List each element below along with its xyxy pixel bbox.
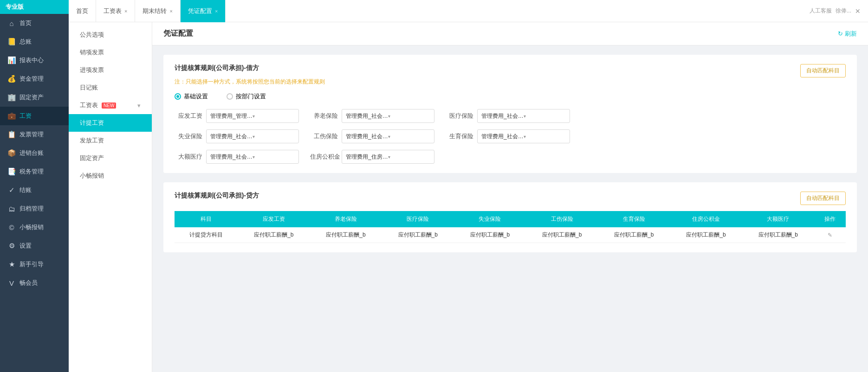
field-gsbx: 工伤保险 管理费用_社会保险费 ▾ <box>310 129 434 143</box>
label-ylbx2: 医疗保险 <box>446 112 473 120</box>
sidebar-label-archive: 归档管理 <box>19 205 44 213</box>
sidebar-icon-tax: 📑 <box>7 167 16 176</box>
sidebar-label-guide: 新手引导 <box>19 260 44 269</box>
tab-label-home: 首页 <box>76 7 88 15</box>
left-nav-item-payroll_table[interactable]: 工资表NEW▾ <box>69 96 152 114</box>
tab-period[interactable]: 期末结转 × <box>135 0 180 22</box>
select-sybx2[interactable]: 管理费用_社会保险费 ▾ <box>477 129 570 143</box>
sidebar-label-settings: 设置 <box>19 242 32 250</box>
sidebar-icon-guide: ★ <box>7 260 16 269</box>
sidebar-label-funds: 资金管理 <box>19 75 44 83</box>
left-nav-label-sales_invoice: 销项发票 <box>80 48 104 57</box>
sidebar-icon-ledger: 📒 <box>7 38 16 46</box>
chevron-down-icon: ▾ <box>388 114 430 119</box>
credit-auto-match-button[interactable]: 自动匹配科目 <box>800 192 846 205</box>
radio-dept-label: 按部门设置 <box>236 92 266 101</box>
refresh-button[interactable]: ↻ 刷新 <box>838 30 857 38</box>
radio-dept[interactable]: 按部门设置 <box>227 92 266 101</box>
sidebar-icon-xiao: © <box>7 224 16 231</box>
close-icon[interactable]: ✕ <box>855 7 861 15</box>
left-nav-item-purchase_invoice[interactable]: 进项发票 <box>69 61 152 79</box>
tab-home[interactable]: 首页 <box>69 0 96 22</box>
sidebar-icon-reports: 📊 <box>7 56 16 64</box>
debit-form-grid: 应发工资 管理费用_管理人员职工薪酬 ▾ 养老保险 管理费用_社会保险费 ▾ <box>175 109 846 164</box>
sidebar-item-home[interactable]: ⌂ 首页 <box>0 14 69 32</box>
tab-close-payroll[interactable]: × <box>124 8 127 14</box>
left-nav-item-journal[interactable]: 日记账 <box>69 79 152 96</box>
credit-section-header: 计提核算规则(公司承担)-贷方 自动匹配科目 <box>175 192 846 205</box>
sidebar-item-tax[interactable]: 📑 税务管理 <box>0 162 69 181</box>
col-header: 工伤保险 <box>526 211 598 227</box>
left-nav-label-fixed_assets: 固定资产 <box>80 154 104 162</box>
select-ylbx[interactable]: 管理费用_社会保险费 ▾ <box>342 109 434 123</box>
refresh-icon: ↻ <box>838 30 843 37</box>
select-gsbx[interactable]: 管理费用_社会保险费 ▾ <box>342 129 434 143</box>
tab-label-voucher: 凭证配置 <box>188 7 212 15</box>
sidebar-item-settings[interactable]: ⚙ 设置 <box>0 237 69 255</box>
sidebar-item-ledger[interactable]: 📒 总账 <box>0 32 69 51</box>
sidebar-item-guide[interactable]: ★ 新手引导 <box>0 255 69 274</box>
sidebar-icon-checkout: ✓ <box>7 186 16 194</box>
label-ylbx: 养老保险 <box>310 112 338 120</box>
sidebar-item-xiao[interactable]: © 小畅报销 <box>0 218 69 237</box>
left-nav-item-fixed_assets[interactable]: 固定资产 <box>69 149 152 167</box>
select-yfgz[interactable]: 管理费用_管理人员职工薪酬 ▾ <box>206 109 299 123</box>
tab-close-period[interactable]: × <box>169 8 172 14</box>
col-header: 住房公积金 <box>670 211 742 227</box>
sidebar-item-reports[interactable]: 📊 报表中心 <box>0 51 69 70</box>
left-nav-item-sales_invoice[interactable]: 销项发票 <box>69 44 152 61</box>
select-dayl[interactable]: 管理费用_社会保险费 ▾ <box>206 150 299 164</box>
sidebar-item-funds[interactable]: 💰 资金管理 <box>0 70 69 88</box>
row-cell: 应付职工薪酬_b <box>742 227 814 243</box>
sidebar-icon-assets: 🏢 <box>7 93 16 102</box>
debit-section: 计提核算规则(公司承担)-借方 注：只能选择一种方式，系统将按照您当前的选择来配… <box>163 55 857 173</box>
select-sybx[interactable]: 管理费用_社会保险费 ▾ <box>206 129 299 143</box>
select-ylbx-value: 管理费用_社会保险费 <box>346 112 388 120</box>
chevron-down-icon: ▾ <box>253 114 295 119</box>
tab-voucher[interactable]: 凭证配置 × <box>181 0 226 22</box>
select-dayl-value: 管理费用_社会保险费 <box>210 153 253 161</box>
sidebar-item-assets[interactable]: 🏢 固定资产 <box>0 88 69 107</box>
left-nav-label-issue_payroll: 发放工资 <box>80 136 104 145</box>
sidebar-label-stock: 进销台账 <box>19 149 44 157</box>
sidebar-item-archive[interactable]: 🗂 归档管理 <box>0 199 69 218</box>
col-header: 失业保险 <box>454 211 526 227</box>
select-ylbx2[interactable]: 管理费用_社会保险费 ▾ <box>477 109 570 123</box>
field-ylbx: 养老保险 管理费用_社会保险费 ▾ <box>310 109 434 123</box>
sidebar-icon-salary: 💼 <box>7 112 16 120</box>
sidebar-item-stock[interactable]: 📦 进销台账 <box>0 144 69 162</box>
edit-icon[interactable]: ✎ <box>828 232 832 238</box>
new-badge: NEW <box>102 103 116 109</box>
label-gsbx: 工伤保险 <box>310 132 338 141</box>
field-dayl: 大额医疗 管理费用_社会保险费 ▾ <box>175 150 299 164</box>
debit-auto-match-button[interactable]: 自动匹配科目 <box>800 64 846 77</box>
sidebar-icon-settings: ⚙ <box>7 242 16 250</box>
tab-payroll[interactable]: 工资表 × <box>96 0 135 22</box>
sidebar-item-salary[interactable]: 💼 工资 <box>0 107 69 125</box>
left-nav-item-issue_payroll[interactable]: 发放工资 <box>69 132 152 149</box>
sidebar-item-checkout[interactable]: ✓ 结账 <box>0 181 69 199</box>
row-cell: 应付职工薪酬_b <box>382 227 454 243</box>
col-header: 应发工资 <box>238 211 310 227</box>
select-hfgjj[interactable]: 管理费用_住房公积金 ▾ <box>342 150 434 164</box>
sidebar-label-tax: 税务管理 <box>19 167 44 176</box>
radio-basic[interactable]: 基础设置 <box>175 92 208 101</box>
row-action[interactable]: ✎ <box>814 227 846 243</box>
sidebar-label-home: 首页 <box>19 19 32 27</box>
sidebar-item-vip[interactable]: V 畅会员 <box>0 274 69 292</box>
label-sybx: 失业保险 <box>175 132 202 141</box>
radio-dept-circle <box>227 93 233 100</box>
row-cell: 应付职工薪酬_b <box>670 227 742 243</box>
debit-section-header: 计提核算规则(公司承担)-借方 注：只能选择一种方式，系统将按照您当前的选择来配… <box>175 64 846 92</box>
left-nav-item-calc_payroll[interactable]: 计提工资 <box>69 114 152 132</box>
left-nav-item-public[interactable]: 公共选项 <box>69 26 152 44</box>
select-ylbx2-value: 管理费用_社会保险费 <box>481 112 524 120</box>
credit-section: 计提核算规则(公司承担)-贷方 自动匹配科目 科目应发工资养老保险医疗保险失业保… <box>163 182 857 252</box>
row-cell: 应付职工薪酬_b <box>598 227 670 243</box>
left-nav-item-xiao_expense[interactable]: 小畅报销 <box>69 167 152 185</box>
select-sybx-value: 管理费用_社会保险费 <box>210 133 253 141</box>
sidebar-item-invoice[interactable]: 📋 发票管理 <box>0 125 69 144</box>
chevron-down-icon: ▾ <box>388 134 430 139</box>
tab-close-voucher[interactable]: × <box>215 8 218 14</box>
left-nav-label-xiao_expense: 小畅报销 <box>80 172 104 180</box>
